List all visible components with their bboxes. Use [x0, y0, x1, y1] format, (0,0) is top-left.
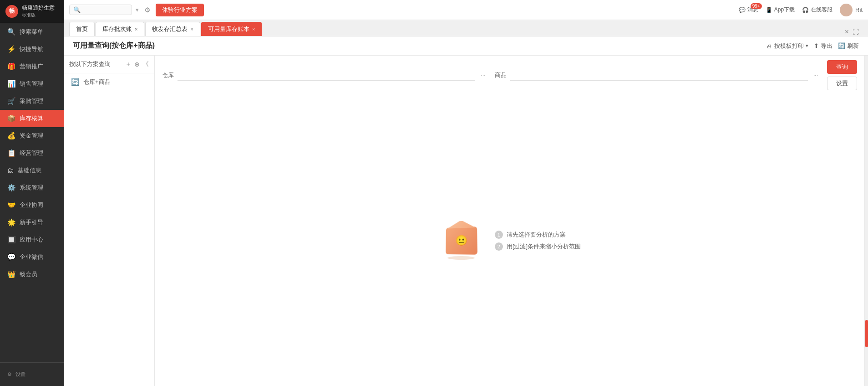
sidebar-scroll: 🔍 搜索菜单 ⚡ 快捷导航 🎁 营销推广 📊 销售管理 🛒 采购管理 📦 库存核…: [0, 23, 64, 362]
empty-hint-1-num: 1: [495, 231, 503, 239]
sidebar-item-sales[interactable]: 📊 销售管理: [0, 75, 64, 93]
topbar-search-box[interactable]: 🔍: [69, 5, 132, 15]
topbar-settings-icon[interactable]: ⚙: [142, 4, 152, 16]
sidebar-item-label: 畅会员: [20, 270, 37, 278]
warehouse-input[interactable]: [178, 70, 475, 81]
refresh-icon: 🔄: [838, 42, 845, 49]
goods-field: 商品 ···: [495, 70, 820, 81]
empty-box-face: 😐: [455, 235, 467, 247]
finance-icon: 💰: [7, 132, 16, 140]
tab-receipt-label: 收发存汇总表: [152, 25, 188, 33]
settings-button[interactable]: 设置: [827, 77, 857, 90]
app-download[interactable]: 📱 App下载: [766, 6, 795, 14]
sidebar-item-label: 新手引导: [20, 218, 43, 226]
settings-filter-icon[interactable]: ⊕: [134, 61, 140, 68]
export-icon: ⬆: [814, 42, 819, 49]
tab-available-close[interactable]: ×: [252, 26, 255, 32]
sidebar: 畅 畅康通好生意 标准版 🔍 搜索菜单 ⚡ 快捷导航 🎁 营销推广 📊 销售管理…: [0, 0, 64, 386]
message-badge[interactable]: 💬 消息 99+: [739, 6, 758, 14]
tab-available-label: 可用量库存账本: [208, 25, 249, 33]
empty-state: 😐 1 请先选择要分析的方案 2 用[过滤]条件来缩小分析范围: [155, 95, 864, 386]
print-button[interactable]: 🖨 按模板打印 ▾: [766, 42, 808, 50]
tab-receipt-close[interactable]: ×: [190, 26, 193, 32]
export-button[interactable]: ⬆ 导出: [814, 42, 832, 50]
refresh-label: 刷新: [847, 42, 859, 50]
sidebar-item-apps[interactable]: 🔲 应用中心: [0, 231, 64, 248]
member-icon: 👑: [7, 270, 16, 278]
tab-home[interactable]: 首页: [69, 22, 95, 36]
query-button[interactable]: 查询: [827, 60, 857, 74]
sidebar-item-shortcut[interactable]: ⚡ 快捷导航: [0, 41, 64, 58]
content-area: 按以下方案查询 ＋ ⊕ 《 🔄 仓库+商品 仓库 ···: [64, 56, 868, 386]
tab-batch-close[interactable]: ×: [135, 26, 137, 32]
sidebar-item-label: 快捷导航: [20, 45, 43, 53]
empty-hint-2-text: 用[过滤]条件来缩小分析范围: [507, 242, 581, 251]
sidebar-item-label: 营销推广: [20, 62, 43, 71]
filter-header-label: 按以下方案查询: [69, 60, 111, 68]
sidebar-item-finance[interactable]: 💰 资金管理: [0, 127, 64, 144]
empty-box: 😐: [446, 226, 477, 255]
message-icon: 💬: [739, 7, 746, 13]
sidebar-item-wechat[interactable]: 💬 企业微信: [0, 248, 64, 266]
user-area[interactable]: Rit: [840, 4, 863, 16]
warehouse-more-btn[interactable]: ···: [479, 71, 487, 79]
company-icon: 🤝: [7, 201, 16, 209]
basic-icon: 🗂: [7, 166, 14, 174]
expand-window-icon[interactable]: ⛶: [853, 28, 859, 36]
operation-icon: 📋: [7, 149, 16, 157]
tab-batch-account[interactable]: 库存批次账 ×: [96, 22, 144, 36]
guide-icon: 🌟: [7, 218, 16, 226]
main-content: 🔍 ▾ ⚙ 体验行业方案 💬 消息 99+ 📱 App下载 🎧 在线客服 Rit: [64, 0, 868, 386]
sidebar-item-basic[interactable]: 🗂 基础信息: [0, 162, 64, 179]
purchase-icon: 🛒: [7, 97, 16, 105]
sidebar-item-guide[interactable]: 🌟 新手引导: [0, 214, 64, 231]
sidebar-item-label: 基础信息: [18, 166, 41, 175]
filter-item-warehouse-goods[interactable]: 🔄 仓库+商品: [64, 73, 154, 91]
shortcut-icon: ⚡: [7, 45, 16, 53]
app-icon: 📱: [766, 7, 772, 13]
logo-icon: 畅: [5, 5, 18, 18]
query-area: 仓库 ··· 商品 ··· 查询 设置: [155, 56, 864, 386]
collapse-filter-icon[interactable]: 《: [142, 60, 149, 68]
sidebar-item-label: 销售管理: [20, 80, 43, 88]
sidebar-item-operation[interactable]: 📋 经营管理: [0, 144, 64, 162]
sidebar-item-company[interactable]: 🤝 企业协同: [0, 196, 64, 214]
empty-hint-1: 1 请先选择要分析的方案: [495, 231, 581, 239]
empty-shadow: [447, 256, 475, 260]
close-window-icon[interactable]: ×: [845, 28, 849, 36]
system-icon: ⚙️: [7, 184, 16, 192]
tab-receipt-summary[interactable]: 收发存汇总表 ×: [145, 22, 200, 36]
sidebar-item-purchase[interactable]: 🛒 采购管理: [0, 93, 64, 110]
username: Rit: [855, 6, 863, 13]
sidebar-item-label: 应用中心: [20, 236, 43, 244]
page-header: 可用量查询(按仓库+商品) 🖨 按模板打印 ▾ ⬆ 导出 🔄 刷新: [64, 36, 868, 56]
sidebar-item-search[interactable]: 🔍 搜索菜单: [0, 23, 64, 41]
trial-button[interactable]: 体验行业方案: [156, 4, 204, 16]
search-icon: 🔍: [73, 6, 81, 13]
sidebar-item-system[interactable]: ⚙️ 系统管理: [0, 179, 64, 196]
search-input[interactable]: [82, 7, 128, 13]
window-controls: × ⛶: [841, 28, 863, 36]
tab-available-account[interactable]: 可用量库存账本 ×: [201, 22, 262, 36]
sidebar-item-label: 企业微信: [20, 253, 43, 261]
filter-panel: 按以下方案查询 ＋ ⊕ 《 🔄 仓库+商品: [64, 56, 155, 386]
query-row: 仓库 ··· 商品 ··· 查询 设置: [155, 56, 864, 95]
logo-name: 畅康通好生意: [22, 5, 55, 12]
wechat-icon: 💬: [7, 253, 16, 261]
sidebar-item-label: 经营管理: [20, 149, 43, 157]
add-filter-icon[interactable]: ＋: [125, 60, 132, 68]
refresh-button[interactable]: 🔄 刷新: [838, 42, 859, 50]
filter-header: 按以下方案查询 ＋ ⊕ 《: [64, 56, 154, 73]
filter-header-icons: ＋ ⊕ 《: [125, 60, 149, 68]
online-service[interactable]: 🎧 在线客服: [802, 6, 832, 14]
sidebar-item-label: 库存核算: [20, 114, 43, 123]
tabs-bar: 首页 库存批次账 × 收发存汇总表 × 可用量库存账本 × × ⛶: [64, 20, 868, 36]
sidebar-item-bottom[interactable]: ⚙ 设置: [0, 366, 64, 382]
dropdown-icon[interactable]: ▾: [136, 6, 139, 13]
goods-input[interactable]: [510, 70, 808, 81]
scrollbar-thumb[interactable]: [865, 320, 868, 347]
sidebar-item-inventory[interactable]: 📦 库存核算: [0, 110, 64, 127]
sidebar-item-member[interactable]: 👑 畅会员: [0, 266, 64, 283]
goods-more-btn[interactable]: ···: [812, 71, 820, 79]
sidebar-item-marketing[interactable]: 🎁 营销推广: [0, 58, 64, 75]
